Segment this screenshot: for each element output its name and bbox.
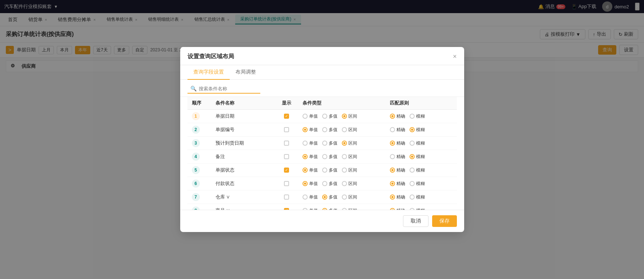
cancel-button[interactable]: 取消 xyxy=(403,215,428,227)
checkbox[interactable] xyxy=(284,141,289,146)
radio-match-1[interactable]: 模糊 xyxy=(410,113,425,119)
row-condition-name: 单据编号 xyxy=(211,123,274,137)
row-display-checkbox[interactable] xyxy=(274,137,298,150)
row-order: 5 xyxy=(187,164,211,177)
checkbox[interactable] xyxy=(284,127,289,132)
checkbox[interactable] xyxy=(284,181,289,186)
radio-match-1[interactable]: 模糊 xyxy=(410,181,425,187)
row-display-checkbox[interactable] xyxy=(274,123,298,137)
modal-title: 设置查询区域布局 xyxy=(187,53,234,60)
radio-label: 单值 xyxy=(309,154,318,160)
config-table-header-row: 顺序 条件名称 显示 条件类型 匹配原则 xyxy=(187,97,457,110)
radio-type-1[interactable]: 多值 xyxy=(322,167,337,173)
radio-match-1[interactable]: 模糊 xyxy=(410,140,425,146)
radio-circle xyxy=(303,168,308,173)
radio-circle xyxy=(410,127,415,132)
radio-label: 单值 xyxy=(309,181,318,187)
radio-label: 区间 xyxy=(348,127,357,133)
checkbox[interactable] xyxy=(284,194,289,200)
col-name: 条件名称 xyxy=(211,97,274,110)
radio-type-2[interactable]: 区间 xyxy=(342,113,357,119)
radio-type-0[interactable]: 单值 xyxy=(303,154,318,160)
radio-circle xyxy=(342,168,347,173)
radio-circle xyxy=(390,114,395,119)
radio-type-2[interactable]: 区间 xyxy=(342,181,357,187)
radio-type-2[interactable]: 区间 xyxy=(342,127,357,133)
radio-match-1[interactable]: 模糊 xyxy=(410,127,425,133)
main-area: 采购订单统计表(按供应商) 🖨 按模板打印 ▼ ↑ 导出 ↻ 刷新 > 单据日期… xyxy=(0,26,644,279)
radio-label: 多值 xyxy=(329,127,337,133)
radio-type-1[interactable]: 多值 xyxy=(322,113,337,119)
row-display-checkbox[interactable] xyxy=(274,204,298,210)
row-display-checkbox[interactable] xyxy=(274,164,298,177)
radio-label: 多值 xyxy=(329,194,337,200)
radio-label: 精确 xyxy=(396,127,405,133)
col-order: 顺序 xyxy=(187,97,211,110)
row-type-radio-group: 单值多值区间 xyxy=(298,164,385,177)
row-type-radio-group: 单值多值区间 xyxy=(298,123,385,137)
radio-match-1[interactable]: 模糊 xyxy=(410,194,425,200)
radio-label: 精确 xyxy=(396,113,405,119)
radio-type-1[interactable]: 多值 xyxy=(322,154,337,160)
row-match-radio-group: 精确模糊 xyxy=(386,123,457,137)
config-table: 顺序 条件名称 显示 条件类型 匹配原则 1单据日期单值多值区间精确模糊2单据编… xyxy=(187,97,457,210)
search-input[interactable] xyxy=(199,86,253,91)
row-match-radio-group: 精确模糊 xyxy=(386,150,457,164)
radio-type-0[interactable]: 单值 xyxy=(303,127,318,133)
radio-label: 模糊 xyxy=(416,194,425,200)
row-match-radio-group: 精确模糊 xyxy=(386,204,457,210)
checkbox[interactable] xyxy=(284,114,289,119)
radio-label: 单值 xyxy=(309,194,318,200)
radio-circle xyxy=(303,154,308,159)
radio-type-0[interactable]: 单值 xyxy=(303,181,318,187)
radio-match-0[interactable]: 精确 xyxy=(390,127,405,133)
radio-circle xyxy=(322,181,327,186)
radio-match-0[interactable]: 精确 xyxy=(390,154,405,160)
radio-label: 区间 xyxy=(348,167,357,173)
radio-circle xyxy=(390,181,395,186)
radio-type-1[interactable]: 多值 xyxy=(322,181,337,187)
radio-type-2[interactable]: 区间 xyxy=(342,154,357,160)
row-display-checkbox[interactable] xyxy=(274,190,298,204)
checkbox[interactable] xyxy=(284,154,289,159)
row-order: 3 xyxy=(187,137,211,150)
radio-match-1[interactable]: 模糊 xyxy=(410,154,425,160)
radio-match-0[interactable]: 精确 xyxy=(390,140,405,146)
radio-match-1[interactable]: 模糊 xyxy=(410,167,425,173)
radio-type-0[interactable]: 单值 xyxy=(303,140,318,146)
row-type-radio-group: 单值多值区间 xyxy=(298,150,385,164)
row-condition-name: 备注 xyxy=(211,150,274,164)
row-display-checkbox[interactable] xyxy=(274,110,298,123)
row-match-radio-group: 精确模糊 xyxy=(386,110,457,123)
row-order: 4 xyxy=(187,150,211,164)
row-display-checkbox[interactable] xyxy=(274,177,298,190)
radio-type-2[interactable]: 区间 xyxy=(342,140,357,146)
radio-type-0[interactable]: 单值 xyxy=(303,194,318,200)
radio-circle xyxy=(322,194,327,200)
radio-match-0[interactable]: 精确 xyxy=(390,181,405,187)
checkbox[interactable] xyxy=(284,168,289,173)
modal-tab-bar: 查询字段设置 布局调整 xyxy=(180,65,464,80)
modal-tab-layout[interactable]: 布局调整 xyxy=(230,65,262,80)
radio-label: 多值 xyxy=(329,140,337,146)
radio-circle xyxy=(410,181,415,186)
radio-type-1[interactable]: 多值 xyxy=(322,194,337,200)
radio-type-0[interactable]: 单值 xyxy=(303,113,318,119)
radio-label: 模糊 xyxy=(416,154,425,160)
save-button[interactable]: 保存 xyxy=(432,215,457,227)
radio-type-2[interactable]: 区间 xyxy=(342,167,357,173)
radio-type-0[interactable]: 单值 xyxy=(303,167,318,173)
radio-type-2[interactable]: 区间 xyxy=(342,194,357,200)
row-order: 2 xyxy=(187,123,211,137)
radio-circle xyxy=(410,194,415,200)
modal-tab-query-fields[interactable]: 查询字段设置 xyxy=(187,65,230,80)
radio-match-0[interactable]: 精确 xyxy=(390,194,405,200)
radio-circle xyxy=(303,127,308,132)
radio-type-1[interactable]: 多值 xyxy=(322,127,337,133)
radio-match-0[interactable]: 精确 xyxy=(390,113,405,119)
radio-type-1[interactable]: 多值 xyxy=(322,140,337,146)
row-condition-name: 单据状态 xyxy=(211,164,274,177)
modal-close-button[interactable]: × xyxy=(453,53,457,60)
radio-match-0[interactable]: 精确 xyxy=(390,167,405,173)
row-display-checkbox[interactable] xyxy=(274,150,298,164)
